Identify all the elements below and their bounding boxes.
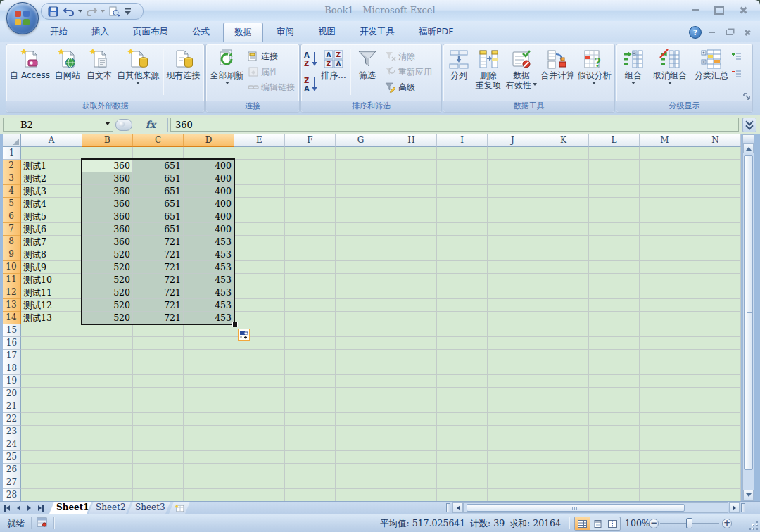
cell-J18[interactable]: [488, 362, 538, 375]
cell-E8[interactable]: [234, 236, 285, 248]
page-break-view-button[interactable]: [605, 517, 620, 530]
cell-K5[interactable]: [538, 198, 589, 210]
expand-formula-bar-button[interactable]: [742, 118, 756, 132]
cell-C6[interactable]: 651: [133, 210, 184, 223]
cell-C13[interactable]: 721: [133, 299, 184, 312]
cell-B25[interactable]: [82, 451, 133, 464]
zoom-level-button[interactable]: 100%: [625, 518, 650, 528]
cell-D19[interactable]: [184, 375, 234, 388]
cell-B19[interactable]: [82, 375, 133, 388]
row-header-21[interactable]: 21: [3, 400, 21, 413]
cell-M2[interactable]: [640, 160, 690, 172]
cell-J24[interactable]: [488, 438, 538, 451]
cell-I27[interactable]: [437, 476, 488, 489]
cell-J23[interactable]: [488, 426, 538, 438]
cell-I11[interactable]: [437, 274, 488, 286]
cell-J11[interactable]: [488, 274, 538, 286]
text-to-columns-button[interactable]: 分列: [445, 46, 472, 99]
cell-B20[interactable]: [82, 388, 133, 400]
cell-M26[interactable]: [640, 464, 690, 476]
row-header-23[interactable]: 23: [3, 426, 21, 438]
cell-K15[interactable]: [538, 324, 589, 337]
column-header-C[interactable]: C: [133, 134, 184, 147]
cell-B28[interactable]: [82, 489, 133, 501]
cell-E21[interactable]: [234, 400, 285, 413]
cell-D9[interactable]: 453: [184, 248, 234, 261]
cell-I7[interactable]: [437, 223, 488, 236]
cell-J1[interactable]: [488, 147, 538, 160]
from-other-sources-button[interactable]: 自其他来源: [115, 46, 161, 99]
cell-D12[interactable]: 453: [184, 286, 234, 299]
cell-C21[interactable]: [133, 400, 184, 413]
cell-N11[interactable]: [690, 274, 741, 286]
row-header-17[interactable]: 17: [3, 350, 21, 362]
cell-K25[interactable]: [538, 451, 589, 464]
cell-C11[interactable]: 721: [133, 274, 184, 286]
cell-H15[interactable]: [386, 324, 437, 337]
cell-A2[interactable]: 测试1: [21, 160, 82, 172]
from-access-button[interactable]: 自 Access: [8, 46, 51, 99]
cell-A17[interactable]: [21, 350, 82, 362]
cell-G5[interactable]: [336, 198, 386, 210]
cell-I26[interactable]: [437, 464, 488, 476]
cell-K19[interactable]: [538, 375, 589, 388]
cell-A16[interactable]: [21, 337, 82, 350]
column-header-M[interactable]: M: [640, 134, 690, 147]
cell-C26[interactable]: [133, 464, 184, 476]
cell-G20[interactable]: [336, 388, 386, 400]
column-header-J[interactable]: J: [488, 134, 538, 147]
cell-M8[interactable]: [640, 236, 690, 248]
cell-H13[interactable]: [386, 299, 437, 312]
column-header-L[interactable]: L: [589, 134, 640, 147]
cell-D5[interactable]: 400: [184, 198, 234, 210]
cell-M22[interactable]: [640, 413, 690, 426]
cell-G3[interactable]: [336, 172, 386, 185]
cell-A3[interactable]: 测试2: [21, 172, 82, 185]
tab-split-handle[interactable]: [446, 503, 450, 512]
cell-I14[interactable]: [437, 312, 488, 324]
cell-A19[interactable]: [21, 375, 82, 388]
cell-C5[interactable]: 651: [133, 198, 184, 210]
cell-J19[interactable]: [488, 375, 538, 388]
cell-B7[interactable]: 360: [82, 223, 133, 236]
tab-developer[interactable]: 开发工具: [349, 23, 405, 42]
cell-A10[interactable]: 测试9: [21, 261, 82, 274]
cell-J22[interactable]: [488, 413, 538, 426]
cell-M14[interactable]: [640, 312, 690, 324]
cell-F12[interactable]: [285, 286, 336, 299]
cell-H6[interactable]: [386, 210, 437, 223]
cell-F13[interactable]: [285, 299, 336, 312]
cell-N14[interactable]: [690, 312, 741, 324]
scroll-right-button[interactable]: [729, 502, 740, 513]
cell-K6[interactable]: [538, 210, 589, 223]
data-validation-button[interactable]: 数据 有效性: [504, 46, 538, 99]
cell-L24[interactable]: [589, 438, 640, 451]
cell-E22[interactable]: [234, 413, 285, 426]
cell-G15[interactable]: [336, 324, 386, 337]
cell-I23[interactable]: [437, 426, 488, 438]
cell-B9[interactable]: 520: [82, 248, 133, 261]
cell-N25[interactable]: [690, 451, 741, 464]
cell-G17[interactable]: [336, 350, 386, 362]
cell-K13[interactable]: [538, 299, 589, 312]
cell-N4[interactable]: [690, 185, 741, 198]
cell-L21[interactable]: [589, 400, 640, 413]
cell-H17[interactable]: [386, 350, 437, 362]
cell-N8[interactable]: [690, 236, 741, 248]
cell-L9[interactable]: [589, 248, 640, 261]
cell-K20[interactable]: [538, 388, 589, 400]
cell-K11[interactable]: [538, 274, 589, 286]
cell-C2[interactable]: 651: [133, 160, 184, 172]
office-button[interactable]: [6, 2, 39, 34]
cell-A4[interactable]: 测试3: [21, 185, 82, 198]
cell-D3[interactable]: 400: [184, 172, 234, 185]
outline-dialog-launcher-icon[interactable]: [742, 90, 751, 99]
cell-A24[interactable]: [21, 438, 82, 451]
cell-N28[interactable]: [690, 489, 741, 501]
cell-L28[interactable]: [589, 489, 640, 501]
cell-N1[interactable]: [690, 147, 741, 160]
cell-A7[interactable]: 测试6: [21, 223, 82, 236]
cell-K14[interactable]: [538, 312, 589, 324]
cell-H10[interactable]: [386, 261, 437, 274]
cell-K4[interactable]: [538, 185, 589, 198]
